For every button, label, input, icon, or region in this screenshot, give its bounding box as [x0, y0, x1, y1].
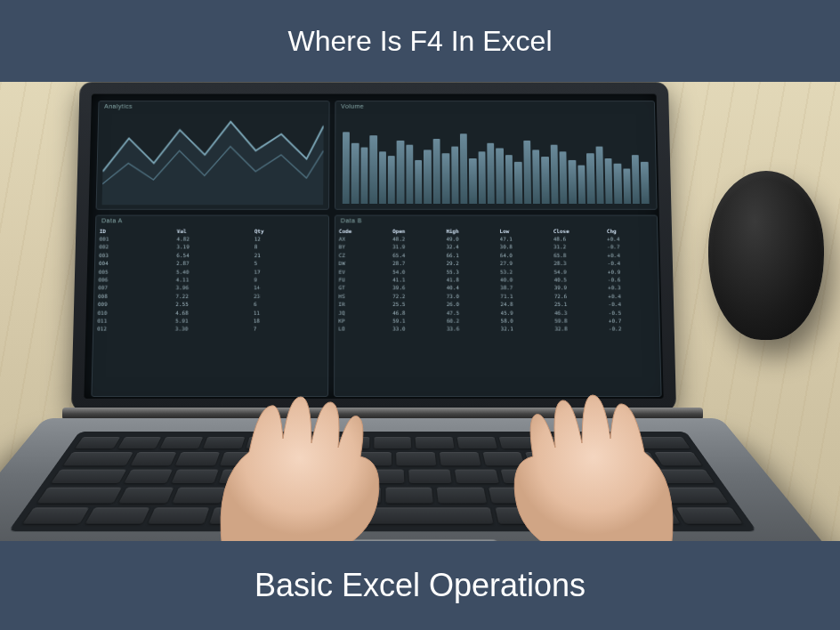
table-cell: 39.9 — [554, 285, 602, 292]
table-cell: 60.2 — [447, 318, 494, 325]
table-cell: 3.19 — [177, 244, 247, 251]
bar-chart-icon — [343, 117, 650, 203]
laptop-screen: Analytics Volume Data A IDValQty00 — [84, 94, 663, 399]
table-cell: -0.7 — [607, 244, 654, 251]
table-cell: 65.4 — [392, 252, 439, 259]
table-cell: 28.7 — [392, 260, 440, 267]
desk-scene: Analytics Volume Data A IDValQty00 — [0, 82, 840, 541]
bar — [469, 158, 477, 204]
bar — [523, 141, 531, 203]
table-cell: 010 — [98, 310, 169, 317]
bar — [451, 146, 459, 203]
table-cell: 38.7 — [500, 285, 547, 292]
table-cell: -0.4 — [608, 260, 655, 267]
table-cell: 47.5 — [447, 310, 494, 317]
table-cell: 7.22 — [176, 293, 247, 300]
bar — [505, 155, 513, 204]
table-cell: 41.8 — [447, 277, 494, 284]
table-cell: 72.6 — [554, 293, 602, 300]
table-cell: 53.2 — [500, 268, 547, 275]
hand-left — [187, 354, 418, 541]
bar — [424, 149, 431, 204]
table-cell: 59.1 — [392, 318, 440, 325]
bar — [397, 141, 404, 203]
table-cell: 24.8 — [500, 301, 547, 308]
table-cell: 29.2 — [446, 260, 493, 267]
table-cell: 28.3 — [553, 260, 601, 267]
bar — [497, 148, 505, 204]
table-cell: 012 — [97, 326, 168, 333]
table-cell: 4.68 — [175, 310, 246, 317]
table-cell: 2.87 — [176, 260, 247, 267]
table-cell: LO — [338, 326, 385, 333]
table-cell: 65.8 — [553, 252, 601, 259]
table-cell: 46.8 — [392, 310, 440, 317]
title-text-bottom: Basic Excel Operations — [254, 567, 586, 604]
bar — [541, 157, 549, 204]
table-cell: 5.40 — [176, 268, 247, 275]
table-cell: 54.9 — [553, 268, 601, 275]
table-cell: -0.2 — [609, 326, 656, 333]
table-cell: -0.6 — [608, 277, 655, 284]
table-cell: 23 — [254, 293, 325, 300]
table-cell: BY — [339, 244, 385, 251]
table-cell: 5.91 — [175, 318, 246, 325]
svg-marker-0 — [102, 122, 324, 205]
table-cell: 006 — [98, 277, 169, 284]
table-cell: 31.2 — [553, 244, 601, 251]
table-cell: 18 — [254, 318, 325, 325]
table-header: Close — [553, 228, 600, 235]
table-cell: 4.82 — [177, 236, 247, 243]
bar — [406, 144, 413, 203]
table-cell: 47.1 — [500, 236, 546, 243]
title-text-top: Where Is F4 In Excel — [288, 25, 553, 58]
table-cell: 40.0 — [500, 277, 547, 284]
bar — [560, 151, 568, 204]
bar — [595, 146, 603, 203]
table-cell: 2.55 — [175, 301, 246, 308]
bar — [632, 155, 640, 204]
chart-panel-line: Analytics — [96, 101, 330, 209]
table-cell: 40.5 — [553, 277, 601, 284]
table-cell: 26.0 — [447, 301, 494, 308]
table-cell: 55.3 — [447, 268, 494, 275]
table-cell: 32.1 — [501, 326, 548, 333]
table-cell: 9 — [254, 277, 325, 284]
bar — [586, 153, 594, 204]
table-cell: 11 — [254, 310, 325, 317]
table-header: Qty — [254, 228, 325, 235]
table-cell: 003 — [99, 252, 169, 259]
bar — [569, 160, 577, 204]
table-cell: 45.9 — [500, 310, 547, 317]
table-cell: 33.6 — [447, 326, 494, 333]
bar — [460, 134, 468, 204]
table-cell: 8 — [254, 244, 325, 251]
table-cell: 33.0 — [392, 326, 440, 333]
table-header: Code — [339, 228, 385, 235]
panel-label: Analytics — [104, 103, 133, 109]
chart-panel-bars: Volume — [335, 101, 658, 209]
table-cell: 3.30 — [175, 326, 246, 333]
table-cell: 73.0 — [447, 293, 494, 300]
table-cell: -0.5 — [609, 310, 656, 317]
table-cell: FU — [339, 277, 386, 284]
table-header: Open — [392, 228, 439, 235]
table-cell: 46.3 — [554, 310, 602, 317]
table-header: Chg — [607, 228, 654, 235]
table-cell: -0.4 — [608, 301, 655, 308]
bar — [379, 151, 386, 204]
table-cell: 71.1 — [500, 293, 547, 300]
bar — [415, 160, 422, 204]
table-cell: KP — [338, 318, 385, 325]
bar — [623, 169, 631, 204]
table-cell: 005 — [99, 268, 170, 275]
mouse-object — [708, 171, 824, 340]
table-cell: 007 — [98, 285, 169, 292]
table-cell: 17 — [254, 268, 324, 275]
table-cell: 58.0 — [500, 318, 547, 325]
laptop-base — [0, 418, 840, 541]
table-cell: 41.1 — [392, 277, 440, 284]
bar — [605, 158, 613, 204]
table-cell: 48.2 — [392, 236, 439, 243]
table-cell: 54.0 — [392, 268, 440, 275]
